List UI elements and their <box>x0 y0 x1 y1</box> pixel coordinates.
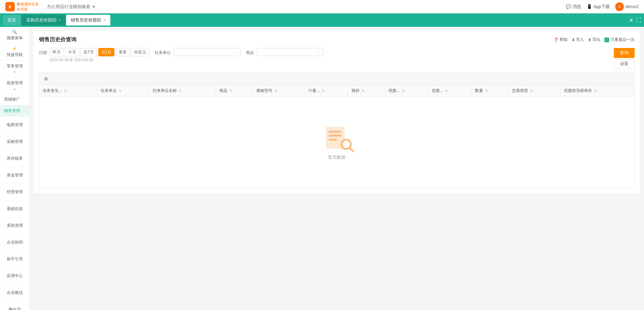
date-btn-7days[interactable]: 近7天 <box>80 48 97 56</box>
date-btn-today[interactable]: 今天 <box>65 48 79 56</box>
date-btn-1month[interactable]: 近1月 <box>98 48 115 56</box>
goods-dots: ... <box>317 50 321 54</box>
tab-bar-controls: ✕ ⛶ <box>629 17 641 23</box>
svg-rect-3 <box>329 139 337 141</box>
page-card: 销售历史价查询 ❓ 帮助 ⬇ 导入 ⬆ 导出 ✓ <box>34 31 640 193</box>
sidebar-item-system[interactable]: 系统管理 <box>0 217 29 234</box>
tab-bar: 首页 采购历史价跟踪 × 销售历史价跟踪 × ✕ ⛶ <box>0 13 644 27</box>
help-icon: ❓ <box>553 38 558 42</box>
date-btn-custom[interactable]: 自定义 <box>131 48 149 56</box>
sidebar-item-quick-nav[interactable]: ⚡ 快捷导航 <box>0 44 29 60</box>
sidebar-item-sales[interactable]: 销售管理 <box>0 105 29 117</box>
sort-arrows-icon: ⇅ <box>229 89 232 93</box>
sort-arrows-icon: ⇅ <box>402 89 405 93</box>
date-options: 昨天 今天 近7天 近1月 更多 自定义 2023-02-18 至 2023-0… <box>50 48 149 62</box>
avatar: D <box>615 2 624 11</box>
col-trade-type[interactable]: 交易类型 ⇅ <box>508 85 560 97</box>
sidebar-item-finance[interactable]: 资金管理 <box>0 167 29 184</box>
col-discount2[interactable]: 优惠... ⇅ <box>428 85 471 97</box>
col-unit-name[interactable]: 往来单位名称 ⇅ <box>149 85 216 97</box>
sort-arrows-icon: ⇅ <box>594 89 597 93</box>
sidebar-item-wholesale[interactable]: 批发管理 ▴ <box>0 77 29 94</box>
content-area: 销售历史价查询 ❓ 帮助 ⬇ 导入 ⬆ 导出 ✓ <box>30 27 644 310</box>
sidebar-item-enterprise-collab[interactable]: 企业协同 <box>0 234 29 251</box>
from-unit-label: 往来单位 <box>155 48 171 56</box>
svg-line-5 <box>350 148 353 151</box>
search-btn-area: 查询 设置 <box>614 48 635 68</box>
main-layout: 🔍 搜索菜单 ⚡ 快捷导航 零售管理 ▾ 批发管理 ▴ 营销推广 销售管理 电商… <box>0 27 644 310</box>
header-right: 💬 消息 📱 App下载 D demo2 <box>566 2 639 11</box>
sidebar-item-inventory[interactable]: 库存核算 <box>0 150 29 167</box>
breadcrumb[interactable]: 办公用品行业模拟账套 ▾ <box>47 4 95 10</box>
col-discount1[interactable]: 优惠... ⇅ <box>385 85 428 97</box>
sidebar-item-marketing[interactable]: 营销推广 <box>0 94 29 105</box>
sort-arrows-icon: ⇅ <box>64 89 67 93</box>
user-menu[interactable]: D demo2 <box>615 2 639 11</box>
phone-icon: 📱 <box>587 4 592 9</box>
sidebar-item-members[interactable]: 畅会员 <box>0 301 29 310</box>
sort-arrows-icon: ⇅ <box>322 89 324 93</box>
search-button[interactable]: 查询 <box>614 48 635 58</box>
col-unit[interactable]: 计量... ⇅ <box>305 85 348 97</box>
empty-illustration <box>323 123 350 150</box>
header-left: 6 畅捷通好生意 标准版 办公用品行业模拟账套 ▾ <box>5 2 95 11</box>
sidebar-item-operations[interactable]: 经营管理 <box>0 184 29 201</box>
filter-row: 日期 昨天 今天 近7天 近1月 更多 自定义 2023-02-18 至 202… <box>39 48 635 68</box>
col-date[interactable]: 业务发生... ⇅ <box>39 85 97 97</box>
table-header-row: 业务发生... ⇅ 往来单位 ⇅ 往来单位名称 ⇅ <box>39 85 634 97</box>
tab-sales-close-icon[interactable]: × <box>103 18 105 22</box>
export-button[interactable]: ⬆ 导出 <box>588 37 600 43</box>
help-button[interactable]: ❓ 帮助 <box>553 37 568 43</box>
import-icon: ⬇ <box>572 38 575 42</box>
sidebar-item-basic-info[interactable]: 基础信息 <box>0 201 29 217</box>
settings-button[interactable]: 设置 <box>614 59 635 68</box>
col-goods[interactable]: 商品 ⇅ <box>216 85 253 97</box>
close-window-icon[interactable]: ✕ <box>629 17 633 23</box>
table-settings-button[interactable]: ⚙ <box>42 75 50 83</box>
sidebar-item-purchase[interactable]: 采购管理 <box>0 134 29 150</box>
app-download-button[interactable]: 📱 App下载 <box>587 4 610 10</box>
from-unit-input[interactable]: ... <box>173 48 240 56</box>
goods-input[interactable]: ... <box>257 48 324 56</box>
message-button[interactable]: 💬 消息 <box>566 4 581 10</box>
message-icon: 💬 <box>566 4 571 9</box>
tab-purchase-close-icon[interactable]: × <box>59 18 61 22</box>
from-unit-filter-group: 往来单位 ... <box>155 48 240 56</box>
search-icon: 🔍 <box>12 30 17 34</box>
sidebar-item-search[interactable]: 🔍 搜索菜单 <box>0 27 29 44</box>
svg-rect-2 <box>329 135 341 137</box>
from-unit-dots: ... <box>234 50 237 54</box>
logo-area: 6 畅捷通好生意 标准版 <box>5 2 39 11</box>
sidebar-item-enterprise-wechat[interactable]: 企业微信 <box>0 285 29 301</box>
col-price[interactable]: 报价 ⇅ <box>348 85 385 97</box>
empty-state: 暂无数据 <box>39 97 634 187</box>
page-actions: ❓ 帮助 ⬇ 导入 ⬆ 导出 ✓ 只看最后一次 <box>553 37 635 43</box>
logo-icon: 6 <box>5 2 15 11</box>
date-btn-more[interactable]: 更多 <box>116 48 130 56</box>
tab-home[interactable]: 首页 <box>3 15 21 25</box>
chevron-up-icon: ▴ <box>14 87 15 91</box>
sort-arrows-icon: ⇅ <box>485 89 488 93</box>
fullscreen-icon[interactable]: ⛶ <box>636 17 641 23</box>
sidebar-item-app-center[interactable]: 应用中心 <box>0 268 29 285</box>
table-wrapper: ⚙ 业务发生... ⇅ 往来单位 ⇅ <box>39 72 635 188</box>
tab-sales-history[interactable]: 销售历史价跟踪 × <box>66 15 110 25</box>
sidebar-item-onboarding[interactable]: 新手引导 <box>0 251 29 268</box>
date-filter-group: 日期 昨天 今天 近7天 近1月 更多 自定义 2023-02-18 至 202… <box>39 48 149 62</box>
sidebar-item-retail[interactable]: 零售管理 ▾ <box>0 60 29 77</box>
date-btn-yesterday[interactable]: 昨天 <box>50 48 64 56</box>
col-spec[interactable]: 规格型号 ⇅ <box>253 85 305 97</box>
date-buttons: 昨天 今天 近7天 近1月 更多 自定义 <box>50 48 149 56</box>
only-last-checkbox[interactable]: ✓ 只看最后一次 <box>604 37 635 43</box>
col-pretax-price[interactable]: 优惠前无税单价 ⇅ <box>560 85 634 97</box>
import-button[interactable]: ⬇ 导入 <box>572 37 584 43</box>
col-qty[interactable]: 数量 ⇅ <box>471 85 508 97</box>
page-title-row: 销售历史价查询 ❓ 帮助 ⬇ 导入 ⬆ 导出 ✓ <box>39 36 635 43</box>
checkbox-icon: ✓ <box>604 38 609 42</box>
logo-text: 畅捷通好生意 标准版 <box>17 2 39 11</box>
sort-arrows-icon: ⇅ <box>362 89 364 93</box>
col-unit-code[interactable]: 往来单位 ⇅ <box>97 85 149 97</box>
sort-arrows-icon: ⇅ <box>179 89 181 93</box>
sidebar-item-ecommerce[interactable]: 电商管理 <box>0 117 29 134</box>
tab-purchase-history[interactable]: 采购历史价跟踪 × <box>21 15 65 25</box>
